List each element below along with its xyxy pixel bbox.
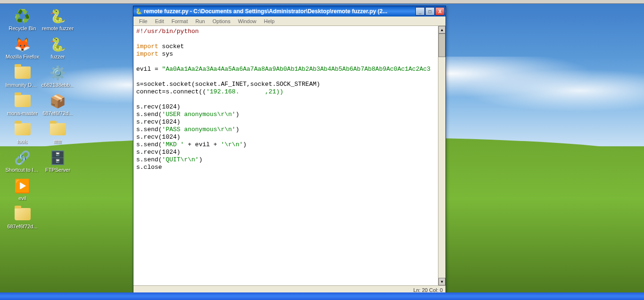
scroll-down-button[interactable]: ▼ — [438, 278, 446, 285]
menu-edit[interactable]: Edit — [151, 17, 168, 25]
desktop-icon[interactable]: ffffff — [40, 121, 75, 144]
icon-glyph: ♻️ — [14, 8, 31, 25]
desktop-icon[interactable]: 📦687ef6f72d... — [40, 92, 75, 116]
scroll-up-button[interactable]: ▲ — [438, 26, 446, 33]
menu-file[interactable]: File — [135, 17, 151, 25]
send-prefix: s.send( — [136, 156, 162, 163]
send-prefix: s.send( — [136, 111, 162, 118]
icon-label: Mozilla Firefox — [6, 54, 39, 59]
desktop-icon[interactable]: 🔗Shortcut to ImmunityDe... — [5, 149, 40, 173]
kw-import: import — [136, 50, 158, 58]
desktop-icon[interactable]: 687ef6f72d... — [5, 206, 40, 229]
scroll-thumb[interactable] — [438, 33, 446, 57]
module-sys: sys — [158, 50, 173, 58]
icon-glyph — [50, 121, 66, 138]
menu-format[interactable]: Format — [168, 17, 192, 25]
icon-glyph: ⚙️ — [50, 64, 66, 81]
vertical-scrollbar[interactable]: ▲ ▼ — [438, 26, 446, 285]
maximize-button[interactable]: □ — [425, 7, 435, 16]
user-string: 'USER anonymous\r\n' — [162, 111, 236, 118]
pass-string: 'PASS anonymous\r\n' — [162, 126, 236, 133]
recv-line: s.recv(1024) — [136, 103, 181, 110]
desktop-icon[interactable]: 🦊Mozilla Firefox — [5, 36, 40, 59]
icon-glyph: 🐍 — [50, 36, 66, 53]
titlebar[interactable]: 🐍 remote fuzzer.py - C:\Documents and Se… — [133, 6, 446, 17]
desktop-icon[interactable]: 🗄️FTPServer — [40, 149, 75, 173]
desktop-icon[interactable]: 🐍remote fuzzer — [40, 8, 75, 31]
icon-label: evil — [18, 195, 26, 201]
icon-label: c682138ebb... — [41, 82, 74, 88]
icon-glyph: 🦊 — [14, 36, 31, 53]
icon-label: FTPServer — [45, 167, 70, 173]
icon-glyph: 🔗 — [14, 149, 31, 166]
icon-label: tools — [17, 139, 28, 144]
desktop-icon[interactable]: ⚙️c682138ebb... — [40, 64, 75, 88]
icon-label: fuzzer — [51, 54, 65, 59]
top-bar — [0, 0, 644, 4]
icon-glyph — [14, 206, 31, 223]
recv-line: s.recv(1024) — [136, 118, 181, 125]
desktop-icon[interactable]: Immunity Debugger — [5, 64, 40, 88]
icon-glyph: 🗄️ — [50, 149, 66, 166]
cursor-position: Ln: 20 Col: 0 — [413, 287, 443, 293]
close-paren: ) — [199, 156, 203, 163]
minimize-button[interactable]: _ — [415, 7, 425, 16]
module-socket: socket — [158, 43, 184, 50]
mkd-string: 'MKD ' — [162, 141, 184, 148]
desktop-icons: ♻️Recycle Bin🐍remote fuzzer🦊Mozilla Fire… — [5, 7, 85, 233]
icon-glyph — [14, 121, 31, 138]
recv-line: s.recv(1024) — [136, 133, 181, 141]
mkd-concat: + evil + — [184, 141, 221, 148]
send-prefix: s.send( — [136, 141, 162, 148]
icon-glyph: 📦 — [50, 92, 66, 109]
icon-label: 687ef6f72d... — [42, 110, 73, 116]
menubar: FileEditFormatRunOptionsWindowHelp — [133, 17, 446, 26]
socket-line: s=socket.socket(socket.AF_INET,socket.SO… — [136, 81, 320, 88]
desktop-icon[interactable]: ▶️evil — [5, 177, 40, 201]
icon-glyph: ▶️ — [14, 177, 31, 194]
connect-lhs: connect=s.connect(( — [136, 88, 206, 95]
icon-glyph: 🐍 — [50, 8, 66, 25]
close-button[interactable]: X — [435, 7, 445, 16]
desktop-icon[interactable]: tools — [5, 121, 40, 144]
icon-label: mona-master — [7, 110, 38, 116]
editor-window: 🐍 remote fuzzer.py - C:\Documents and Se… — [133, 6, 446, 294]
close-line: s.close — [136, 164, 162, 171]
crlf-string: '\r\n' — [221, 141, 243, 148]
code-editor[interactable]: #!/usr/bin/python import socket import s… — [133, 26, 438, 285]
send-prefix: s.send( — [136, 126, 162, 133]
icon-label: 687ef6f72d... — [7, 224, 37, 229]
taskbar[interactable] — [0, 292, 644, 300]
menu-help[interactable]: Help — [260, 17, 279, 25]
icon-label: Immunity Debugger — [6, 82, 40, 88]
icon-glyph — [14, 64, 31, 81]
connect-ip: '192.168. ,21)) — [206, 88, 283, 95]
window-controls: _ □ X — [415, 7, 445, 16]
icon-glyph — [14, 92, 31, 109]
menu-options[interactable]: Options — [209, 17, 234, 25]
close-paren: ) — [243, 141, 247, 148]
close-paren: ) — [236, 111, 239, 118]
desktop-icon[interactable]: mona-master — [5, 92, 40, 116]
editor-area: #!/usr/bin/python import socket import s… — [133, 26, 446, 285]
evil-string: "Aa0Aa1Aa2Aa3Aa4Aa5Aa6Aa7Aa8Aa9Ab0Ab1Ab2… — [162, 66, 431, 73]
evil-assign: evil = — [136, 66, 162, 73]
desktop-icon[interactable]: 🐍fuzzer — [40, 36, 75, 59]
python-icon: 🐍 — [135, 8, 142, 15]
menu-run[interactable]: Run — [192, 17, 209, 25]
recv-line: s.recv(1024) — [136, 149, 181, 156]
icon-label: remote fuzzer — [42, 25, 74, 31]
shebang-line: #!/usr/bin/python — [136, 28, 199, 35]
icon-label: Shortcut to ImmunityDe... — [6, 167, 40, 173]
icon-label: Recycle Bin — [8, 25, 36, 31]
window-title: remote fuzzer.py - C:\Documents and Sett… — [144, 8, 415, 15]
close-paren: ) — [236, 126, 239, 133]
icon-label: ffffff — [54, 139, 62, 144]
desktop-icon[interactable]: ♻️Recycle Bin — [5, 8, 40, 31]
desktop: ♻️Recycle Bin🐍remote fuzzer🦊Mozilla Fire… — [0, 0, 644, 300]
menu-window[interactable]: Window — [234, 17, 260, 25]
quit-string: 'QUIT\r\n' — [162, 156, 199, 163]
kw-import: import — [136, 43, 158, 50]
